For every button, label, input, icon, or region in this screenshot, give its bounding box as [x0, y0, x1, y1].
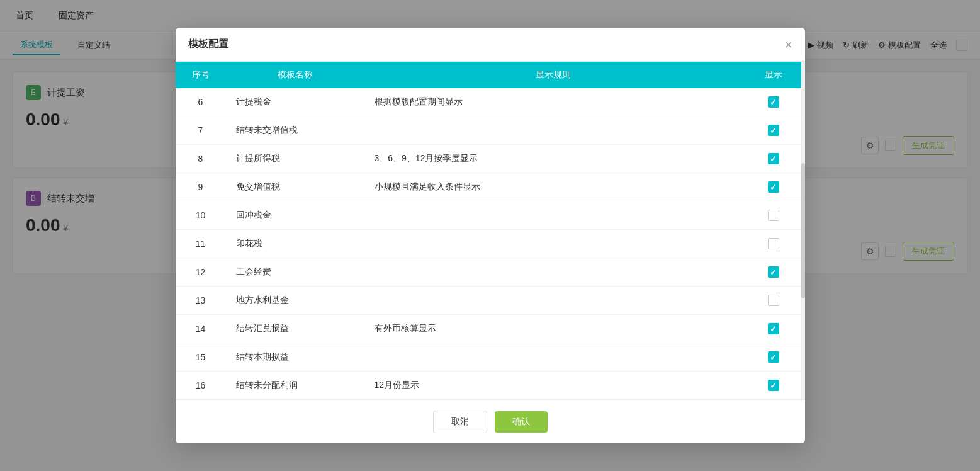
cell-index: 16	[176, 372, 226, 400]
cell-rule: 有外币核算显示	[364, 315, 742, 343]
cell-name: 计提所得税	[226, 145, 364, 173]
checkbox-checked[interactable]	[768, 380, 779, 391]
checkbox-checked[interactable]	[768, 96, 779, 108]
cell-show	[742, 230, 805, 258]
cell-show	[742, 287, 805, 315]
modal-title: 模板配置	[188, 38, 228, 51]
cell-show	[742, 343, 805, 372]
cell-index: 9	[176, 173, 226, 201]
col-header-rule: 显示规则	[364, 62, 742, 88]
checkbox-checked[interactable]	[768, 181, 779, 193]
table-row: 10回冲税金	[176, 201, 805, 230]
checkbox-checked[interactable]	[768, 153, 779, 164]
cell-name: 结转未交增值税	[226, 116, 364, 145]
checkbox-unchecked[interactable]	[768, 238, 779, 249]
cell-index: 14	[176, 315, 226, 343]
cell-name: 结转本期损益	[226, 343, 364, 372]
cell-rule	[364, 258, 742, 287]
table-header: 序号 模板名称 显示规则 显示	[176, 62, 805, 88]
cell-rule: 3、6、9、12月按季度显示	[364, 145, 742, 173]
cell-name: 免交增值税	[226, 173, 364, 201]
cell-rule: 小规模且满足收入条件显示	[364, 173, 742, 201]
table-row: 15结转本期损益	[176, 343, 805, 372]
checkbox-unchecked[interactable]	[768, 210, 779, 221]
modal-template-config: 模板配置 × 序号 模板名称 显示规则 显示 6计提税金根据模版配置期间显	[176, 28, 805, 443]
cell-index: 7	[176, 116, 226, 145]
cell-rule: 12月份显示	[364, 372, 742, 400]
cell-name: 结转未分配利润	[226, 372, 364, 400]
cell-rule	[364, 201, 742, 230]
cell-show	[742, 116, 805, 145]
table-row: 6计提税金根据模版配置期间显示	[176, 88, 805, 116]
table-row: 7结转未交增值税	[176, 116, 805, 145]
modal-header: 模板配置 ×	[176, 28, 805, 62]
checkbox-checked[interactable]	[768, 266, 779, 278]
cell-show	[742, 88, 805, 116]
checkbox-checked[interactable]	[768, 323, 779, 334]
table-row: 14结转汇兑损益有外币核算显示	[176, 315, 805, 343]
table-row: 16结转未分配利润12月份显示	[176, 372, 805, 400]
config-table: 序号 模板名称 显示规则 显示 6计提税金根据模版配置期间显示7结转未交增值税8…	[176, 62, 805, 400]
checkbox-checked[interactable]	[768, 125, 779, 136]
cancel-button[interactable]: 取消	[433, 411, 487, 433]
col-header-name: 模板名称	[226, 62, 364, 88]
cell-rule	[364, 230, 742, 258]
cell-name: 回冲税金	[226, 201, 364, 230]
cell-name: 工会经费	[226, 258, 364, 287]
cell-name: 印花税	[226, 230, 364, 258]
cell-show	[742, 173, 805, 201]
cell-index: 8	[176, 145, 226, 173]
col-header-show: 显示	[742, 62, 805, 88]
cell-show	[742, 315, 805, 343]
scroll-track	[801, 62, 805, 400]
scroll-thumb	[801, 163, 805, 298]
cell-rule	[364, 116, 742, 145]
cell-show	[742, 258, 805, 287]
checkbox-checked[interactable]	[768, 351, 779, 363]
modal-overlay: 模板配置 × 序号 模板名称 显示规则 显示 6计提税金根据模版配置期间显	[0, 0, 980, 471]
cell-rule	[364, 343, 742, 372]
cell-show	[742, 201, 805, 230]
col-header-index: 序号	[176, 62, 226, 88]
table-row: 13地方水利基金	[176, 287, 805, 315]
cell-name: 结转汇兑损益	[226, 315, 364, 343]
table-row: 11印花税	[176, 230, 805, 258]
cell-show	[742, 372, 805, 400]
cell-index: 13	[176, 287, 226, 315]
table-body: 6计提税金根据模版配置期间显示7结转未交增值税8计提所得税3、6、9、12月按季…	[176, 88, 805, 400]
cell-name: 计提税金	[226, 88, 364, 116]
cell-index: 10	[176, 201, 226, 230]
table-row: 12工会经费	[176, 258, 805, 287]
cell-index: 11	[176, 230, 226, 258]
cell-rule	[364, 287, 742, 315]
cell-index: 12	[176, 258, 226, 287]
cell-index: 6	[176, 88, 226, 116]
modal-footer: 取消 确认	[176, 400, 805, 443]
cell-rule: 根据模版配置期间显示	[364, 88, 742, 116]
checkbox-unchecked[interactable]	[768, 295, 779, 306]
cell-name: 地方水利基金	[226, 287, 364, 315]
table-row: 8计提所得税3、6、9、12月按季度显示	[176, 145, 805, 173]
modal-body: 序号 模板名称 显示规则 显示 6计提税金根据模版配置期间显示7结转未交增值税8…	[176, 62, 805, 400]
cell-show	[742, 145, 805, 173]
confirm-button[interactable]: 确认	[495, 411, 548, 433]
table-row: 9免交增值税小规模且满足收入条件显示	[176, 173, 805, 201]
modal-close-btn[interactable]: ×	[785, 38, 792, 51]
cell-index: 15	[176, 343, 226, 372]
